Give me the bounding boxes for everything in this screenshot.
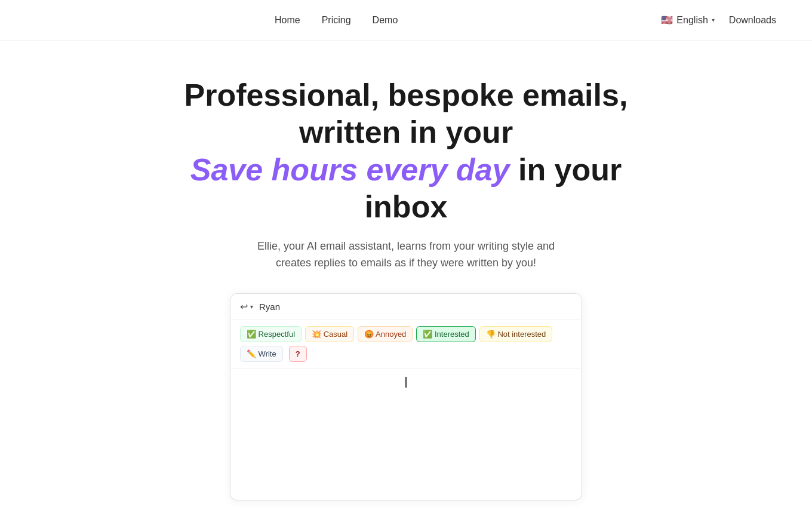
tone-casual[interactable]: 💥 Casual: [305, 326, 354, 342]
email-compose-area[interactable]: [230, 368, 582, 500]
language-label: English: [676, 15, 708, 26]
language-selector[interactable]: 🇺🇸 English ▾: [661, 14, 714, 26]
tone-selector: ✅ Respectful 💥 Casual 😡 Annoyed ✅ Intere…: [230, 320, 582, 368]
tone-help[interactable]: ?: [289, 346, 307, 362]
hero-title: Professional, bespoke emails, written in…: [173, 76, 639, 226]
reply-button[interactable]: ↩ ▾: [240, 301, 253, 312]
sender-name: Ryan: [259, 302, 280, 312]
email-demo-widget: ↩ ▾ Ryan ✅ Respectful 💥 Casual 😡 Annoyed…: [230, 293, 582, 500]
tone-interested[interactable]: ✅ Interested: [416, 326, 475, 342]
tone-respectful[interactable]: ✅ Respectful: [240, 326, 302, 342]
text-cursor: [405, 377, 407, 388]
tone-annoyed[interactable]: 😡 Annoyed: [358, 326, 413, 342]
nav-downloads[interactable]: Downloads: [729, 15, 776, 26]
flag-icon: 🇺🇸: [661, 14, 673, 26]
tone-write[interactable]: ✏️ Write: [240, 346, 283, 362]
email-widget-header: ↩ ▾ Ryan: [230, 294, 582, 320]
reply-icon: ↩: [240, 301, 248, 312]
tone-not-interested[interactable]: 👎 Not interested: [479, 326, 553, 342]
hero-title-accent: Save hours every day: [190, 152, 510, 187]
chevron-down-icon: ▾: [712, 17, 715, 23]
nav-pricing[interactable]: Pricing: [322, 15, 351, 26]
reply-chevron-icon: ▾: [250, 303, 253, 310]
nav-home[interactable]: Home: [275, 15, 300, 26]
nav-demo[interactable]: Demo: [373, 15, 398, 26]
hero-subtitle: Ellie, your AI email assistant, learns f…: [239, 238, 573, 272]
hero-section: Professional, bespoke emails, written in…: [0, 41, 812, 513]
navbar: Home Pricing Demo 🇺🇸 English ▾ Downloads: [0, 0, 812, 41]
